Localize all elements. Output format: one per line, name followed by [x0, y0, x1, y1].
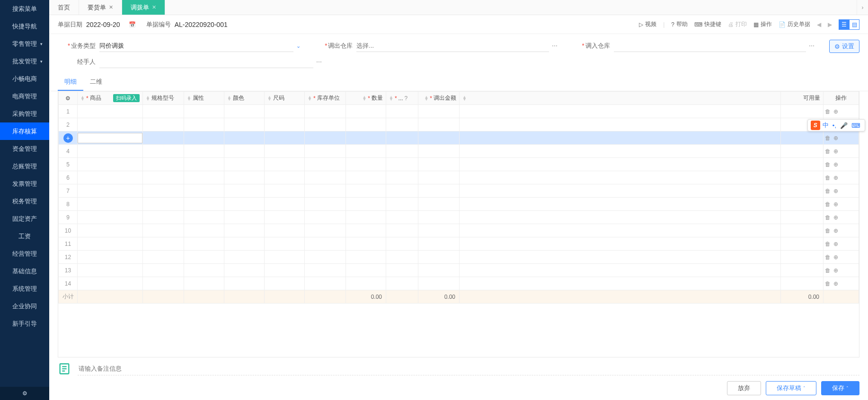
insert-row-icon[interactable]: ⊕ [833, 201, 838, 208]
operate-action[interactable]: ▦操作 [753, 20, 772, 28]
sidebar-item[interactable]: 税务管理 [0, 192, 49, 210]
sidebar-item[interactable]: 采购管理 [0, 105, 49, 122]
tab-detail[interactable]: 明细 [58, 74, 83, 91]
th-avail[interactable]: 可用量 [781, 92, 824, 105]
table-row[interactable]: +🗑⊕ [59, 131, 859, 145]
ime-toolbar[interactable]: S 中 •, 🎤 ⌨ [807, 119, 865, 131]
settings-button[interactable]: ⚙设置 [829, 40, 859, 53]
insert-row-icon[interactable]: ⊕ [833, 267, 838, 274]
insert-row-icon[interactable]: ⊕ [833, 280, 838, 287]
table-row[interactable]: 4🗑⊕ [59, 145, 859, 158]
more-icon[interactable]: ⋯ [809, 43, 815, 49]
table-row[interactable]: 1🗑⊕ [59, 105, 859, 118]
scan-button[interactable]: 扫码录入 [113, 94, 140, 102]
delete-row-icon[interactable]: 🗑 [825, 174, 831, 181]
tabs-overflow-button[interactable]: › [857, 0, 868, 15]
insert-row-icon[interactable]: ⊕ [833, 108, 838, 115]
sidebar-item[interactable]: 搜索菜单 [0, 0, 49, 17]
next-doc-icon[interactable]: ▶ [828, 21, 832, 28]
th-color[interactable]: ▲▼颜色 [224, 92, 265, 105]
table-row[interactable]: 12🗑⊕ [59, 251, 859, 264]
th-product[interactable]: ▲▼*商品扫码录入 [78, 92, 143, 105]
close-icon[interactable]: ✕ [152, 4, 156, 10]
sidebar-item[interactable]: 工资 [0, 227, 49, 245]
more-icon[interactable]: ⋯ [316, 59, 322, 65]
product-cell-input[interactable] [78, 133, 142, 143]
delete-row-icon[interactable]: 🗑 [825, 188, 831, 194]
sidebar-item[interactable]: 零售管理▾ [0, 35, 49, 52]
remark-input[interactable] [78, 362, 859, 375]
biz-type-input[interactable] [99, 40, 293, 52]
th-unit[interactable]: ▲▼*库存单位 [305, 92, 346, 105]
ime-mic-icon[interactable]: 🎤 [839, 122, 849, 129]
table-row[interactable]: 9🗑⊕ [59, 211, 859, 224]
ime-keyboard-icon[interactable]: ⌨ [850, 122, 862, 129]
insert-row-icon[interactable]: ⊕ [833, 174, 838, 181]
table-row[interactable]: 13🗑⊕ [59, 264, 859, 277]
view-card-button[interactable]: ▤ [849, 19, 859, 30]
sidebar-item[interactable]: 系统管理 [0, 280, 49, 297]
delete-row-icon[interactable]: 🗑 [825, 214, 831, 221]
print-action[interactable]: 🖨打印 [728, 20, 747, 28]
page-tab[interactable]: 首页 [49, 0, 79, 15]
table-row[interactable]: 14🗑⊕ [59, 277, 859, 290]
handler-input[interactable] [99, 56, 313, 68]
video-action[interactable]: ▷视频 [639, 20, 656, 28]
table-row[interactable]: 5🗑⊕ [59, 158, 859, 171]
sidebar-settings-button[interactable]: ⚙ [0, 387, 49, 400]
page-tab[interactable]: 调拨单✕ [122, 0, 165, 15]
discard-button[interactable]: 放弃 [727, 381, 761, 395]
prev-doc-icon[interactable]: ◀ [817, 21, 821, 28]
table-row[interactable]: 6🗑⊕ [59, 171, 859, 184]
insert-row-icon[interactable]: ⊕ [833, 254, 838, 261]
table-row[interactable]: 10🗑⊕ [59, 224, 859, 237]
th-amount[interactable]: ▲▼*调出金额 [418, 92, 460, 105]
delete-row-icon[interactable]: 🗑 [825, 135, 831, 141]
tab-2d[interactable]: 二维 [83, 74, 109, 91]
insert-row-icon[interactable]: ⊕ [833, 214, 838, 221]
calendar-icon[interactable]: 📅 [129, 21, 136, 28]
sidebar-item[interactable]: 企业协同 [0, 297, 49, 315]
help-icon[interactable]: ? [405, 95, 408, 102]
delete-row-icon[interactable]: 🗑 [825, 267, 831, 274]
help-action[interactable]: ?帮助 [671, 20, 688, 28]
page-tab[interactable]: 要货单✕ [79, 0, 122, 15]
sidebar-item[interactable]: 快捷导航 [0, 17, 49, 35]
delete-row-icon[interactable]: 🗑 [825, 241, 831, 247]
table-row[interactable]: 11🗑⊕ [59, 237, 859, 251]
view-list-button[interactable]: ☰ [839, 19, 849, 30]
ime-lang[interactable]: 中 [821, 121, 830, 130]
sidebar-item[interactable]: 经营管理 [0, 245, 49, 262]
more-icon[interactable]: ⋯ [552, 43, 558, 49]
th-size[interactable]: ▲▼尺码 [265, 92, 305, 105]
insert-row-icon[interactable]: ⊕ [833, 148, 838, 155]
sidebar-item[interactable]: 小畅电商 [0, 70, 49, 87]
save-button[interactable]: 保存˄ [821, 381, 859, 395]
insert-row-icon[interactable]: ⊕ [833, 241, 838, 247]
shortcut-action[interactable]: ⌨快捷键 [694, 20, 721, 28]
sidebar-item[interactable]: 批发管理▾ [0, 52, 49, 70]
th-spec[interactable]: ▲▼规格型号 [143, 92, 184, 105]
sidebar-item[interactable]: 基础信息 [0, 262, 49, 280]
delete-row-icon[interactable]: 🗑 [825, 161, 831, 168]
insert-row-icon[interactable]: ⊕ [833, 188, 838, 194]
close-icon[interactable]: ✕ [109, 4, 113, 10]
th-qty[interactable]: ▲▼*数量 [346, 92, 386, 105]
history-action[interactable]: 📄历史单据 [779, 20, 810, 28]
delete-row-icon[interactable]: 🗑 [825, 148, 831, 155]
sidebar-item[interactable]: 固定资产 [0, 210, 49, 227]
sidebar-item[interactable]: 库存核算 [0, 122, 49, 140]
table-row[interactable]: 8🗑⊕ [59, 198, 859, 211]
insert-row-icon[interactable]: ⊕ [833, 135, 838, 141]
sidebar-item[interactable]: 新手引导 [0, 315, 49, 332]
delete-row-icon[interactable]: 🗑 [825, 201, 831, 208]
doc-date-value[interactable]: 2022-09-20 [86, 21, 120, 28]
delete-row-icon[interactable]: 🗑 [825, 254, 831, 261]
sidebar-item[interactable]: 资金管理 [0, 140, 49, 157]
th-price[interactable]: ▲▼*...? [386, 92, 418, 105]
insert-row-icon[interactable]: ⊕ [833, 227, 838, 234]
ime-punct-icon[interactable]: •, [831, 122, 838, 129]
delete-row-icon[interactable]: 🗑 [825, 280, 831, 287]
table-row[interactable]: 7🗑⊕ [59, 184, 859, 198]
th-gear[interactable]: ⚙ [59, 92, 78, 105]
